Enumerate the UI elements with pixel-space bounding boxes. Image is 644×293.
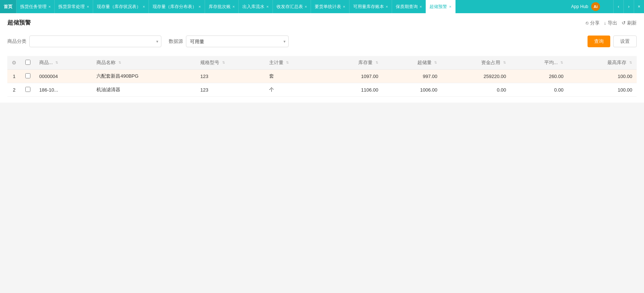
nav-item-close-icon[interactable]: × bbox=[343, 4, 345, 9]
col-unit[interactable]: 主计量 ⇅ bbox=[265, 56, 324, 70]
user-area: App Hub Ai bbox=[571, 0, 600, 13]
nav-close-arrow[interactable]: × bbox=[634, 0, 644, 13]
row-index: 2 bbox=[7, 83, 21, 97]
nav-next-arrow[interactable]: › bbox=[623, 0, 634, 13]
nav-item-picking-exception[interactable]: 拣货异常处理× bbox=[55, 0, 93, 13]
sort-spec-icon: ⇅ bbox=[222, 61, 225, 64]
row-spec: 123 bbox=[196, 70, 265, 83]
nav-item-close-icon[interactable]: × bbox=[233, 4, 235, 9]
table-row: 2 186-10... 机油滤清器 123 个 1106.00 1006.00 … bbox=[7, 83, 637, 97]
row-capital: 0.00 bbox=[442, 83, 511, 97]
row-overstock: 997.00 bbox=[383, 70, 442, 83]
nav-item-expiry-query[interactable]: 保质期查询× bbox=[392, 0, 426, 13]
header-actions: ⎋ 分享 ↓ 导出 ↺ 刷新 bbox=[586, 20, 637, 26]
nav-item-overstock-warning[interactable]: 超储预警× bbox=[426, 0, 455, 13]
nav-item-close-icon[interactable]: × bbox=[143, 4, 145, 9]
nav-item-label: 库存批次账 bbox=[209, 4, 231, 10]
nav-item-label: 现存量（库存分布表） bbox=[153, 4, 197, 10]
page-title: 超储预警 bbox=[7, 19, 31, 27]
table-header-row: ⚙ 商品... ⇅ 商品名称 ⇅ 规格型号 ⇅ 主计量 bbox=[7, 56, 637, 70]
col-avg[interactable]: 平均... ⇅ bbox=[511, 56, 568, 70]
nav-item-picking-task[interactable]: 拣货任务管理× bbox=[17, 0, 55, 13]
nav-item-label: 拣货异常处理 bbox=[58, 4, 85, 10]
nav-item-label: 超储预警 bbox=[429, 4, 447, 10]
nav-arrows: ‹ › × bbox=[613, 0, 644, 13]
datasource-filter-group: 数据源 可用量 ▾ bbox=[169, 36, 289, 47]
page-content: 超储预警 ⎋ 分享 ↓ 导出 ↺ 刷新 商品分类 ▾ bbox=[0, 13, 644, 103]
col-stock[interactable]: 库存量 ⇅ bbox=[324, 56, 383, 70]
nav-item-close-icon[interactable]: × bbox=[386, 4, 388, 9]
row-unit: 套 bbox=[265, 70, 324, 83]
nav-item-order-stats[interactable]: 要货单统计表× bbox=[311, 0, 349, 13]
row-spec: 123 bbox=[196, 83, 265, 97]
export-action[interactable]: ↓ 导出 bbox=[604, 20, 618, 26]
nav-item-label: 保质期查询 bbox=[396, 4, 418, 10]
col-spec[interactable]: 规格型号 ⇅ bbox=[196, 56, 265, 70]
avatar[interactable]: Ai bbox=[591, 2, 600, 11]
nav-item-close-icon[interactable]: × bbox=[48, 4, 51, 9]
nav-item-close-icon[interactable]: × bbox=[449, 4, 451, 9]
sort-capital-icon: ⇅ bbox=[503, 61, 506, 64]
nav-item-inventory-dist[interactable]: 现存量（库存分布表）× bbox=[149, 0, 205, 13]
nav-item-close-icon[interactable]: × bbox=[87, 4, 89, 9]
sort-overstock-icon: ⇅ bbox=[434, 61, 437, 64]
col-item-name[interactable]: 商品名称 ⇅ bbox=[92, 56, 196, 70]
col-max-stock[interactable]: 最高库存 ⇅ bbox=[568, 56, 637, 70]
nav-item-home[interactable]: 首页 bbox=[0, 0, 17, 13]
share-icon: ⎋ bbox=[586, 20, 589, 26]
datasource-select[interactable]: 可用量 bbox=[186, 36, 289, 47]
top-navigation: 首页拣货任务管理×拣货异常处理×现存量（库存状况表）×现存量（库存分布表）×库存… bbox=[0, 0, 644, 13]
refresh-action[interactable]: ↺ 刷新 bbox=[622, 20, 637, 26]
row-overstock: 1006.00 bbox=[383, 83, 442, 97]
nav-prev-arrow[interactable]: ‹ bbox=[613, 0, 623, 13]
row-checkbox[interactable] bbox=[25, 73, 30, 78]
sort-stock-icon: ⇅ bbox=[376, 61, 378, 64]
category-select[interactable] bbox=[29, 36, 161, 47]
export-icon: ↓ bbox=[604, 20, 607, 26]
row-checkbox-cell bbox=[21, 70, 35, 83]
select-all-checkbox[interactable] bbox=[25, 60, 30, 65]
table-header: ⚙ 商品... ⇅ 商品名称 ⇅ 规格型号 ⇅ 主计量 bbox=[7, 56, 637, 70]
datasource-select-wrapper: 可用量 ▾ bbox=[186, 36, 289, 47]
nav-item-close-icon[interactable]: × bbox=[266, 4, 268, 9]
nav-item-batch-account[interactable]: 库存批次账× bbox=[205, 0, 239, 13]
nav-item-inout-flow[interactable]: 出入库流水× bbox=[239, 0, 272, 13]
page-header: 超储预警 ⎋ 分享 ↓ 导出 ↺ 刷新 bbox=[7, 19, 637, 27]
col-overstock[interactable]: 超储量 ⇅ bbox=[383, 56, 442, 70]
row-avg: 260.00 bbox=[511, 70, 568, 83]
col-capital[interactable]: 资金占用 ⇅ bbox=[442, 56, 511, 70]
row-item-code: 186-10... bbox=[35, 83, 92, 97]
row-avg: 0.00 bbox=[511, 83, 568, 97]
row-checkbox-cell bbox=[21, 83, 35, 97]
query-button[interactable]: 查询 bbox=[588, 36, 610, 47]
filter-actions: 查询 设置 bbox=[588, 36, 637, 47]
nav-item-close-icon[interactable]: × bbox=[420, 4, 422, 9]
nav-item-close-icon[interactable]: × bbox=[305, 4, 307, 9]
row-item-name: 六配套新昌490BPG bbox=[92, 70, 196, 83]
nav-item-close-icon[interactable]: × bbox=[198, 4, 201, 9]
nav-item-label: 收发存汇总表 bbox=[277, 4, 303, 10]
row-stock: 1106.00 bbox=[324, 83, 383, 97]
refresh-icon: ↺ bbox=[622, 20, 626, 26]
table-settings-icon[interactable]: ⚙ bbox=[12, 60, 17, 66]
app-hub-label: App Hub bbox=[571, 4, 588, 9]
nav-item-inventory-status[interactable]: 现存量（库存状况表）× bbox=[93, 0, 149, 13]
row-index: 1 bbox=[7, 70, 21, 83]
nav-item-label: 可用量库存账本 bbox=[353, 4, 384, 10]
row-checkbox[interactable] bbox=[25, 87, 30, 92]
col-settings: ⚙ bbox=[7, 56, 21, 70]
category-select-wrapper: ▾ bbox=[29, 36, 161, 47]
nav-item-available-inventory[interactable]: 可用量库存账本× bbox=[350, 0, 392, 13]
row-item-code: 0000004 bbox=[35, 70, 92, 83]
sort-item-code-icon: ⇅ bbox=[55, 61, 58, 64]
share-action[interactable]: ⎋ 分享 bbox=[586, 20, 600, 26]
row-capital: 259220.00 bbox=[442, 70, 511, 83]
settings-button[interactable]: 设置 bbox=[613, 36, 637, 47]
nav-item-label: 首页 bbox=[4, 4, 12, 10]
category-filter-group: 商品分类 ▾ bbox=[7, 36, 161, 47]
nav-item-summary-table[interactable]: 收发存汇总表× bbox=[273, 0, 311, 13]
nav-item-label: 现存量（库存状况表） bbox=[97, 4, 141, 10]
col-item-code[interactable]: 商品... ⇅ bbox=[35, 56, 92, 70]
nav-item-label: 出入库流水 bbox=[242, 4, 264, 10]
row-stock: 1097.00 bbox=[324, 70, 383, 83]
